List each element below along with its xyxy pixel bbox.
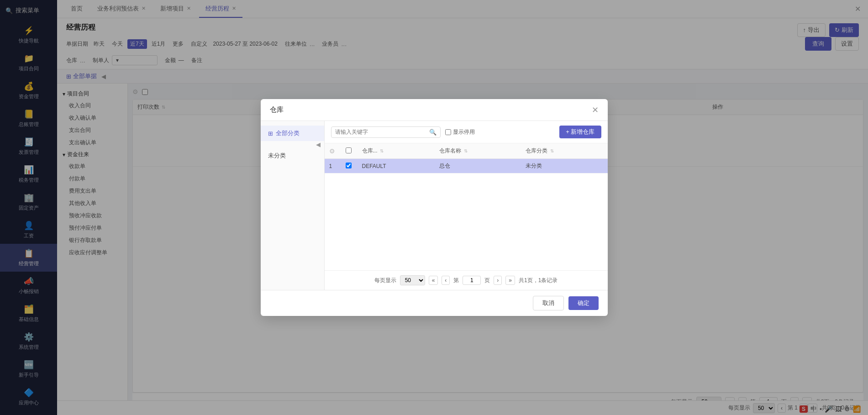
add-warehouse-button[interactable]: + 新增仓库 — [559, 126, 601, 138]
cancel-button[interactable]: 取消 — [533, 296, 564, 310]
modal-title: 仓库 — [270, 105, 284, 114]
row-name: 总仓 — [435, 159, 521, 173]
modal-body: ⊞ 全部分类 ◀ 未分类 🔍 — [261, 121, 608, 290]
modal-search-icon: 🔍 — [429, 129, 437, 136]
modal-footer-buttons: 取消 确定 — [261, 290, 608, 316]
modal-page-size-select[interactable]: 50 10 20 100 — [400, 275, 425, 285]
modal-page-label: 页 — [484, 277, 490, 284]
modal-close-button[interactable]: ✕ — [592, 106, 599, 114]
show-disabled-checkbox[interactable] — [445, 129, 451, 135]
row-category: 未分类 — [521, 159, 607, 173]
modal-table-area: ⚙ 仓库... ⇅ 仓库名称 — [325, 143, 608, 270]
modal-search-input[interactable] — [335, 129, 426, 135]
modal-pagination: 每页显示 50 10 20 100 « ‹ 第 页 › » 共1页，1条记录 — [325, 270, 608, 290]
col-gear: ⚙ — [325, 143, 341, 159]
col-name-sort: ⇅ — [464, 148, 468, 153]
modal-page-label-pre: 第 — [453, 277, 459, 284]
modal-prev-page-btn[interactable]: ‹ — [442, 276, 450, 285]
modal-first-page-btn[interactable]: « — [429, 276, 438, 285]
col-code: 仓库... ⇅ — [358, 143, 435, 159]
col-code-sort: ⇅ — [380, 148, 384, 153]
modal-header: 仓库 ✕ — [261, 99, 608, 121]
warehouse-modal: 仓库 ✕ ⊞ 全部分类 ◀ 未分类 — [261, 99, 608, 316]
modal-page-size-label: 每页显示 — [374, 277, 396, 284]
row-checkbox — [341, 159, 358, 173]
modal-table: ⚙ 仓库... ⇅ 仓库名称 — [325, 143, 608, 173]
modal-left-uncategorized[interactable]: 未分类 — [261, 148, 324, 163]
modal-overlay: 仓库 ✕ ⊞ 全部分类 ◀ 未分类 — [0, 0, 868, 415]
modal-right-panel: 🔍 显示停用 + 新增仓库 ⚙ — [325, 121, 608, 290]
modal-next-page-btn[interactable]: › — [494, 276, 502, 285]
modal-left-scroll: ⊞ 全部分类 ◀ 未分类 — [261, 126, 324, 163]
modal-select-all-checkbox[interactable] — [346, 147, 352, 153]
table-row[interactable]: 1 DEFAULT 总仓 未分类 — [325, 159, 608, 173]
row-select-checkbox[interactable] — [346, 163, 352, 168]
modal-search-box: 🔍 — [331, 126, 441, 138]
confirm-button[interactable]: 确定 — [568, 296, 599, 310]
col-category: 仓库分类 ⇅ — [521, 143, 607, 159]
col-checkbox-header — [341, 143, 358, 159]
modal-table-gear-icon[interactable]: ⚙ — [329, 147, 335, 155]
col-name: 仓库名称 ⇅ — [435, 143, 521, 159]
modal-last-page-btn[interactable]: » — [505, 276, 515, 285]
all-category-icon: ⊞ — [268, 130, 273, 137]
modal-page-number-input[interactable] — [463, 276, 481, 285]
row-index: 1 — [325, 159, 341, 173]
modal-left-all-category[interactable]: ⊞ 全部分类 — [261, 126, 324, 141]
modal-total-label: 共1页，1条记录 — [519, 277, 558, 284]
show-disabled-label: 显示停用 — [445, 128, 475, 136]
collapse-left-icon[interactable]: ◀ — [316, 141, 321, 148]
modal-left-panel: ⊞ 全部分类 ◀ 未分类 — [261, 121, 325, 290]
modal-toolbar: 🔍 显示停用 + 新增仓库 — [325, 121, 608, 143]
col-cat-sort: ⇅ — [550, 148, 554, 153]
row-code: DEFAULT — [358, 159, 435, 173]
